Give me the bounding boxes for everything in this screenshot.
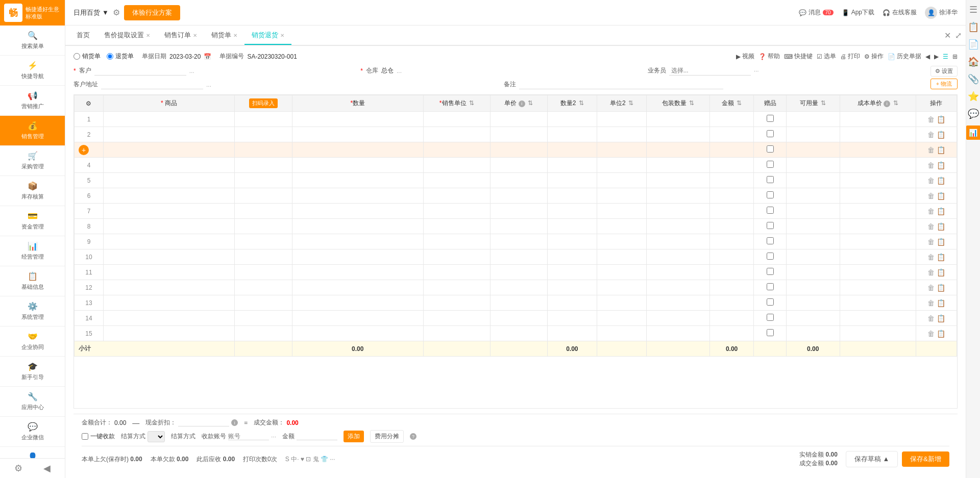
discount-info-icon[interactable]: i [231, 419, 238, 426]
onepay-checkbox[interactable] [82, 433, 88, 440]
right-sidebar-icon-2[interactable]: 📋 [968, 21, 979, 33]
gift-checkbox-9[interactable] [767, 237, 774, 244]
sidebar-item-basic[interactable]: 📋 基础信息 [0, 266, 65, 296]
sidebar-item-wechat[interactable]: 💬 企业微信 [0, 417, 65, 447]
amount-footer-input[interactable] [297, 433, 337, 440]
del-5[interactable]: 🗑 [927, 177, 935, 185]
delete-row-2-icon[interactable]: 🗑 [927, 131, 935, 139]
qty-input-1[interactable] [297, 116, 419, 123]
address-dots[interactable]: ... [206, 81, 211, 88]
copy-6[interactable]: 📋 [937, 192, 945, 200]
unit-sort-icon[interactable]: ⇅ [469, 99, 474, 107]
amount-sort-icon[interactable]: ⇅ [737, 99, 742, 107]
save-new-btn[interactable]: 保存&新增 [902, 451, 949, 467]
account-input[interactable] [228, 433, 269, 440]
del-14[interactable]: 🗑 [927, 314, 935, 322]
del-13[interactable]: 🗑 [927, 299, 935, 307]
app-download-item[interactable]: 📱 App下载 [842, 8, 874, 17]
account-dots[interactable]: ··· [271, 433, 276, 440]
del-8[interactable]: 🗑 [927, 222, 935, 231]
cost-sort-icon[interactable]: ⇅ [893, 99, 898, 107]
del-10[interactable]: 🗑 [927, 253, 935, 261]
address-input[interactable] [101, 80, 203, 89]
gift-checkbox-15[interactable] [767, 329, 774, 336]
fee-split-btn[interactable]: 费用分摊 [370, 430, 404, 443]
toolbar-print[interactable]: 🖨 打印 [840, 52, 860, 61]
right-sidebar-icon-3[interactable]: 📄 [968, 39, 979, 50]
sidebar-item-search[interactable]: 🔍 搜索菜单 [0, 26, 65, 56]
tab-close-price-settings[interactable]: ✕ [146, 33, 150, 38]
copy-4[interactable]: 📋 [937, 161, 945, 169]
nav-next-icon[interactable]: ▶ [934, 53, 939, 60]
customer-input[interactable] [94, 66, 186, 76]
toolbar-shortcut[interactable]: ⌨ 快捷键 [784, 52, 813, 61]
del-4[interactable]: 🗑 [927, 161, 935, 169]
delete-row-active-icon[interactable]: 🗑 [927, 146, 935, 154]
product-input-1[interactable] [108, 116, 230, 123]
qty2-sort-icon[interactable]: ⇅ [579, 99, 584, 107]
note-input[interactable] [519, 80, 723, 89]
right-sidebar-icon-7[interactable]: 💬 [968, 108, 979, 119]
th-settings[interactable]: ⚙ [75, 95, 104, 112]
sidebar-item-operation[interactable]: 📊 经营管理 [0, 236, 65, 266]
gift-checkbox-14[interactable] [767, 314, 774, 321]
sidebar-item-member[interactable]: 👤 畅会员 [0, 447, 65, 458]
collapse-icon[interactable]: ◀ [43, 463, 51, 474]
radio-return-input[interactable] [107, 53, 113, 60]
th-scan[interactable]: 扫码录入 [235, 95, 292, 112]
tab-close-sales-return[interactable]: ✕ [280, 33, 284, 38]
nav-prev-icon[interactable]: ◀ [925, 53, 930, 60]
right-sidebar-icon-4[interactable]: 🏠 [968, 56, 979, 67]
copy-12[interactable]: 📋 [937, 284, 945, 292]
staff-input[interactable] [669, 66, 751, 76]
cost-info-icon[interactable]: i [884, 100, 890, 107]
toolbar-select[interactable]: ☑ 选单 [817, 52, 836, 61]
sidebar-item-enterprise[interactable]: 🤝 企业协同 [0, 326, 65, 357]
gift-checkbox-2[interactable] [767, 130, 774, 137]
sidebar-item-guide[interactable]: 🎓 新手引导 [0, 357, 65, 387]
del-7[interactable]: 🗑 [927, 207, 935, 215]
online-service-item[interactable]: 🎧 在线客服 [883, 8, 917, 17]
gift-checkbox-10[interactable] [767, 253, 774, 260]
del-9[interactable]: 🗑 [927, 238, 935, 246]
onepay-checkbox-field[interactable]: 一键收款 [82, 432, 115, 441]
toolbar-help[interactable]: ❓ 帮助 [758, 52, 780, 61]
copy-8[interactable]: 📋 [937, 222, 945, 231]
fee-info-icon[interactable]: ? [410, 433, 416, 440]
list-view-icon[interactable]: ☰ [943, 53, 948, 60]
price-sort-icon[interactable]: ⇅ [528, 99, 533, 107]
sidebar-item-system[interactable]: ⚙️ 系统管理 [0, 296, 65, 326]
product-input-active[interactable] [108, 146, 230, 154]
tab-close-sales-invoice[interactable]: ✕ [233, 33, 237, 38]
settings-bottom-icon[interactable]: ⚙ [14, 463, 22, 474]
tab-price-settings[interactable]: 售价提取设置 ✕ [97, 27, 157, 45]
copy-10[interactable]: 📋 [937, 253, 945, 261]
available-sort-icon[interactable]: ⇅ [821, 99, 826, 107]
experience-btn[interactable]: 体验行业方案 [124, 5, 180, 20]
sidebar-item-finance[interactable]: 💳 资金管理 [0, 206, 65, 236]
radio-return[interactable]: 退货单 [107, 52, 134, 61]
logistics-btn[interactable]: + 物流 [930, 79, 958, 89]
price-info-icon[interactable]: i [519, 100, 525, 107]
scan-btn[interactable]: 扫码录入 [249, 98, 278, 108]
discount-input[interactable] [178, 419, 229, 426]
right-sidebar-icon-1[interactable]: ☰ [969, 4, 977, 15]
calendar-icon[interactable]: 📅 [204, 53, 211, 60]
gift-checkbox-13[interactable] [767, 298, 774, 306]
tab-close-sales-order[interactable]: ✕ [193, 33, 197, 38]
settlement-select[interactable] [148, 431, 165, 442]
sidebar-item-purchase[interactable]: 🛒 采购管理 [0, 146, 65, 176]
save-draft-btn[interactable]: 保存草稿 ▲ [846, 451, 898, 467]
tab-sales-return[interactable]: 销货退货 ✕ [244, 27, 291, 45]
draft-dropdown-icon[interactable]: ▲ [883, 455, 889, 463]
add-row-btn[interactable]: + [79, 145, 89, 155]
right-sidebar-active-icon[interactable]: 📊 [966, 125, 981, 140]
copy-7[interactable]: 📋 [937, 207, 945, 215]
grid-view-icon[interactable]: ⊞ [952, 53, 958, 60]
toolbar-history[interactable]: 📄 历史单据 [888, 52, 921, 61]
toolbar-operation[interactable]: ⚙ 操作 [864, 52, 884, 61]
gift-checkbox-5[interactable] [767, 176, 774, 183]
warehouse-dots[interactable]: ... [397, 67, 402, 74]
gift-checkbox-active[interactable] [767, 145, 774, 153]
sidebar-item-inventory[interactable]: 📦 库存核算 [0, 176, 65, 206]
